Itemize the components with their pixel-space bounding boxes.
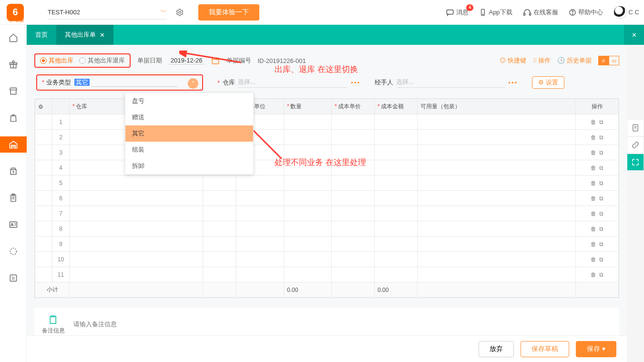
warehouse-field[interactable]: *仓库 选择... ••• (217, 78, 360, 88)
copy-icon[interactable]: ⧉ (599, 134, 603, 141)
handler-field[interactable]: 经手人 选择... ••• (375, 78, 518, 88)
help-link[interactable]: 帮助中心 (569, 8, 603, 17)
save-button[interactable]: 保存 ▾ (576, 341, 616, 357)
business-type-dropdown: 盘亏 赠送 其它 组装 拆卸 (125, 93, 254, 175)
app-download-label: App下载 (489, 8, 512, 17)
delete-icon[interactable]: 🗑 (591, 165, 596, 171)
shortcut-link[interactable]: ◎ 快捷键 (500, 56, 526, 65)
option-qita[interactable]: 其它 (125, 125, 253, 142)
customer-service-label: 在线客服 (533, 8, 558, 17)
radio-outbound[interactable]: 其他出库 (40, 56, 73, 65)
delete-icon[interactable]: 🗑 (591, 195, 596, 202)
discard-button[interactable]: 放弃 (479, 341, 514, 357)
svg-point-0 (179, 11, 181, 13)
delete-icon[interactable]: 🗑 (591, 149, 596, 156)
table-row[interactable]: 8🗑⧉ (35, 221, 619, 237)
more-icon[interactable]: ••• (508, 79, 518, 86)
org-selector[interactable]: TEST-H002 ﹀ (48, 5, 167, 20)
close-all-tabs[interactable]: ✕ (624, 25, 644, 45)
messages-badge: 4 (466, 4, 474, 11)
save-draft-button[interactable]: 保存草稿 (521, 341, 569, 357)
table-row[interactable]: 6🗑⧉ (35, 191, 619, 206)
copy-icon[interactable]: ⧉ (599, 149, 603, 156)
copy-icon[interactable]: ⧉ (599, 195, 603, 202)
app-download-link[interactable]: App下载 (479, 8, 512, 17)
copy-icon[interactable]: ⧉ (599, 210, 603, 217)
delete-icon[interactable]: 🗑 (591, 180, 596, 186)
option-zuzhuang[interactable]: 组装 (125, 142, 253, 158)
delete-icon[interactable]: 🗑 (591, 256, 596, 263)
table-row[interactable]: 11🗑⧉ (35, 267, 619, 282)
copy-icon[interactable]: ⧉ (599, 165, 603, 171)
nav-warehouse-icon[interactable] (0, 136, 27, 153)
col-gear[interactable]: ⚙ (35, 99, 52, 114)
history-link[interactable]: 🕓 历史单据 (557, 56, 592, 65)
user-menu[interactable]: C C (613, 6, 639, 19)
delete-icon[interactable]: 🗑 (591, 134, 596, 141)
gear-icon[interactable] (175, 8, 184, 17)
radio-return[interactable]: 其他出库退库 (79, 56, 125, 65)
col-price: *成本单价 (332, 99, 375, 114)
messages-link[interactable]: 消息 4 (446, 8, 469, 17)
nav-shop-icon[interactable] (0, 83, 27, 99)
copy-icon[interactable]: ⧉ (599, 271, 603, 278)
chevron-up-icon[interactable]: ˄ (188, 78, 198, 89)
edition-label: 标准版 (9, 16, 24, 23)
delete-icon[interactable]: 🗑 (591, 210, 596, 217)
user-name: C C (629, 9, 639, 16)
delete-icon[interactable]: 🗑 (591, 119, 596, 125)
operate-link[interactable]: ⁝⁝ 操作 (533, 56, 551, 65)
more-icon[interactable]: ••• (351, 79, 360, 86)
delete-icon[interactable]: 🗑 (591, 271, 596, 278)
tab-current[interactable]: 其他出库单 ✕ (56, 25, 113, 45)
table-row[interactable]: 10🗑⧉ (35, 252, 619, 267)
experience-button[interactable]: 我要体验一下 (198, 4, 259, 21)
field-row: * 业务类型 其它 ˄ 盘亏 赠送 其它 组装 拆卸 *仓库 选择... •••… (34, 74, 619, 91)
delete-icon[interactable]: 🗑 (591, 241, 596, 248)
nav-clipboard-icon[interactable] (0, 190, 27, 206)
copy-icon[interactable]: ⧉ (599, 256, 603, 263)
warehouse-placeholder: 选择... (238, 78, 348, 88)
avatar (613, 6, 627, 19)
copy-icon[interactable]: ⧉ (599, 180, 603, 186)
table-row[interactable]: 7🗑⧉ (35, 206, 619, 221)
annotation-1: 出库、退库 在这里切换 (275, 64, 358, 75)
nav-money-icon[interactable] (0, 163, 27, 179)
nav-new-icon[interactable]: 新 (0, 270, 27, 286)
delete-icon[interactable]: 🗑 (591, 226, 596, 232)
copy-icon[interactable]: ⧉ (599, 226, 603, 232)
note-icon[interactable] (627, 119, 644, 136)
business-type-value[interactable]: 其它 (74, 79, 90, 86)
close-icon[interactable]: ✕ (100, 31, 105, 39)
option-pankui[interactable]: 盘亏 (125, 93, 253, 109)
svg-point-14 (10, 248, 16, 254)
view-toggle: ≡ ▭ (598, 56, 619, 65)
table-row[interactable]: 5🗑⧉ (35, 176, 619, 191)
page-tabs: 首页 其他出库单 ✕ ✕ (27, 25, 644, 45)
nav-idcard-icon[interactable] (0, 217, 27, 233)
radio-return-label: 其他出库退库 (88, 56, 125, 65)
nav-cycle-icon[interactable] (0, 243, 27, 259)
copy-icon[interactable]: ⧉ (599, 119, 603, 125)
nav-home-icon[interactable] (0, 30, 27, 46)
option-chai[interactable]: 拆卸 (125, 158, 253, 174)
view-list-icon[interactable]: ≡ (598, 56, 609, 65)
expand-icon[interactable] (627, 154, 644, 171)
settings-button[interactable]: ⚙ 设置 (532, 76, 564, 89)
subtotal-label: 小计 (35, 282, 70, 298)
tab-home[interactable]: 首页 (27, 25, 56, 45)
table-row[interactable]: 2🗑⧉ (35, 130, 619, 145)
customer-service-link[interactable]: 在线客服 (523, 8, 558, 17)
table-row[interactable]: 1🗑⧉ (35, 114, 619, 130)
copy-icon[interactable]: ⧉ (599, 241, 603, 248)
nav-bag-icon[interactable] (0, 110, 27, 126)
option-zengsong[interactable]: 赠送 (125, 109, 253, 125)
right-float-tools (627, 119, 644, 171)
table-row[interactable]: 9🗑⧉ (35, 237, 619, 252)
org-name: TEST-H002 (48, 9, 80, 16)
view-grid-icon[interactable]: ▭ (609, 56, 619, 65)
nav-gift-icon[interactable] (0, 56, 27, 72)
remark-input[interactable] (73, 321, 612, 328)
link-icon[interactable] (627, 136, 644, 154)
handler-placeholder: 选择... (396, 78, 505, 88)
